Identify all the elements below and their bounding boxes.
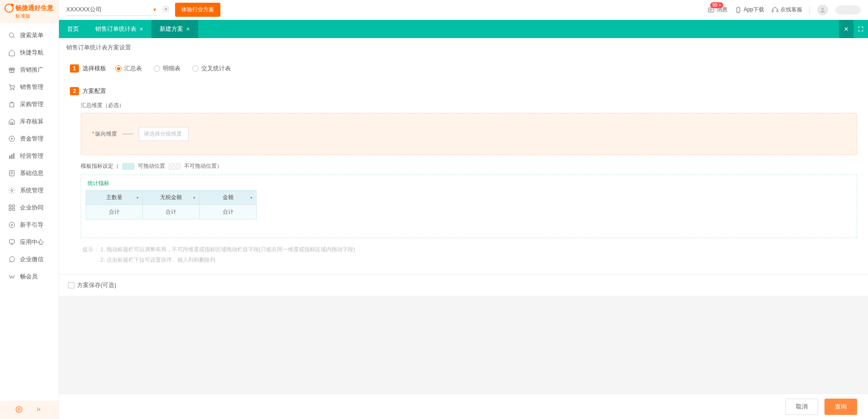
- chevron-down-icon[interactable]: ▾: [193, 195, 195, 200]
- footer: 取消 查询: [59, 394, 868, 419]
- sidebar-item-2[interactable]: 营销推广: [0, 61, 59, 78]
- avatar[interactable]: [817, 5, 828, 15]
- svg-line-1: [13, 37, 15, 38]
- sidebar-item-11[interactable]: 新手引导: [0, 216, 59, 234]
- svg-point-6: [13, 89, 14, 90]
- sidebar-item-5[interactable]: 库存核算: [0, 113, 59, 130]
- svg-point-25: [18, 409, 20, 410]
- svg-rect-10: [11, 155, 12, 158]
- sidebar-item-0[interactable]: 搜索菜单: [0, 27, 59, 44]
- settings-icon[interactable]: [15, 406, 23, 414]
- bag-icon: [8, 101, 15, 108]
- template-radio-1[interactable]: 明细表: [154, 64, 180, 73]
- template-radio-group: 汇总表明细表交叉统计表: [115, 64, 231, 73]
- metric-header-2[interactable]: 金额▾: [200, 190, 256, 205]
- sidebar-item-1[interactable]: 快捷导航: [0, 44, 59, 61]
- collapse-icon[interactable]: [36, 406, 43, 414]
- online-service-button[interactable]: 在线客服: [771, 6, 802, 14]
- sidebar-item-14[interactable]: 畅会员: [0, 268, 59, 285]
- divider: [809, 6, 810, 14]
- template-radio-0[interactable]: 汇总表: [115, 64, 142, 73]
- search-icon: [8, 32, 15, 39]
- svg-rect-19: [9, 208, 11, 210]
- metric-body-1: 合计: [143, 205, 200, 219]
- svg-rect-11: [13, 154, 14, 159]
- compass-icon: [8, 221, 15, 229]
- tab-0[interactable]: 首页: [59, 20, 87, 38]
- tab-label: 首页: [67, 25, 79, 33]
- tab-close-all-button[interactable]: [839, 20, 853, 38]
- user-menu[interactable]: [835, 5, 861, 15]
- sidebar-item-label: 营销推广: [20, 66, 44, 74]
- chevron-down-icon: ▼: [152, 7, 157, 12]
- template-radio-2[interactable]: 交叉统计表: [192, 64, 231, 73]
- sidebar-item-label: 资金管理: [20, 135, 44, 143]
- svg-point-5: [10, 89, 11, 90]
- messages-badge: 99 +: [710, 2, 724, 8]
- sidebar-item-3[interactable]: 销售管理: [0, 78, 59, 96]
- svg-rect-23: [10, 240, 15, 244]
- dimension-dropzone: *纵向维度 请选择分组维度: [81, 113, 857, 155]
- sidebar-item-9[interactable]: 系统管理: [0, 182, 59, 199]
- sidebar-item-label: 应用中心: [20, 238, 44, 246]
- sidebar-item-10[interactable]: 企业协同: [0, 199, 59, 216]
- page-title: 销售订单统计表方案设置: [59, 38, 868, 57]
- grid-icon: [8, 204, 15, 211]
- tab-label: 新建方案: [160, 25, 183, 33]
- sidebar-item-6[interactable]: 资金管理: [0, 130, 59, 147]
- sidebar-item-8[interactable]: 基础信息: [0, 165, 59, 182]
- chart-icon: [8, 152, 15, 160]
- topbar: XXXXXX公司 ▼ 体验行业方案 99 + 消息 App下载: [59, 0, 868, 20]
- radio-label: 明细表: [163, 64, 180, 73]
- metric-header-1[interactable]: 无税金额▾: [143, 190, 200, 205]
- query-button[interactable]: 查询: [824, 399, 857, 415]
- sidebar-menu: 搜索菜单快捷导航营销推广销售管理采购管理库存核算资金管理经营管理基础信息系统管理…: [0, 23, 59, 401]
- svg-point-27: [165, 8, 167, 10]
- company-selector[interactable]: XXXXXX公司 ▼: [66, 4, 157, 16]
- messages-button[interactable]: 99 + 消息: [707, 6, 727, 14]
- company-settings-icon[interactable]: [162, 5, 170, 14]
- sidebar-item-label: 经营管理: [20, 152, 44, 160]
- fullscreen-button[interactable]: [853, 20, 868, 38]
- home-icon: [8, 49, 15, 56]
- tab-bar: 首页销售订单统计表✕新建方案✕: [59, 20, 868, 38]
- chat-icon: [8, 256, 15, 263]
- svg-rect-28: [708, 8, 714, 12]
- sidebar: 畅捷通好生意 标准版 搜索菜单快捷导航营销推广销售管理采购管理库存核算资金管理经…: [0, 0, 59, 419]
- sidebar-item-4[interactable]: 采购管理: [0, 96, 59, 113]
- metric-header-label: 无税金额: [160, 194, 182, 200]
- cart-icon: [8, 83, 15, 91]
- close-icon[interactable]: ✕: [139, 26, 143, 32]
- radio-icon: [192, 65, 199, 72]
- tab-2[interactable]: 新建方案✕: [151, 20, 198, 38]
- metrics-title: 统计指标: [88, 180, 852, 187]
- chevron-down-icon[interactable]: ▾: [137, 195, 139, 200]
- app-download-button[interactable]: App下载: [735, 6, 764, 14]
- tab-1[interactable]: 销售订单统计表✕: [87, 20, 151, 38]
- legend-draggable-swatch: [122, 163, 134, 170]
- sidebar-item-label: 采购管理: [20, 100, 44, 108]
- connector-line: [122, 134, 133, 134]
- industry-cta-button[interactable]: 体验行业方案: [175, 3, 220, 17]
- svg-rect-9: [10, 156, 10, 158]
- legend-nondraggable-swatch: [169, 163, 180, 170]
- sidebar-item-label: 库存核算: [20, 117, 44, 126]
- company-name: XXXXXX公司: [66, 5, 102, 14]
- sidebar-item-13[interactable]: 企业微信: [0, 251, 59, 268]
- dimension-select[interactable]: 请选择分组维度: [139, 127, 189, 141]
- cancel-button[interactable]: 取消: [785, 399, 818, 415]
- gear-icon: [8, 187, 15, 194]
- close-icon[interactable]: ✕: [186, 26, 190, 32]
- sidebar-item-label: 快捷导航: [20, 49, 44, 57]
- step-2-badge: 2: [70, 87, 79, 95]
- legend-nondraggable-label: 不可拖动位置）: [184, 162, 222, 170]
- sidebar-item-12[interactable]: 应用中心: [0, 234, 59, 251]
- save-plan-checkbox[interactable]: [68, 282, 74, 288]
- step-1-row: 1 选择模板 汇总表明细表交叉统计表: [70, 61, 857, 76]
- svg-point-21: [9, 222, 15, 228]
- sidebar-item-7[interactable]: 经营管理: [0, 147, 59, 165]
- metric-header-0[interactable]: 主数量▾: [86, 190, 143, 205]
- metrics-config-area: 统计指标 主数量▾无税金额▾金额▾ 合计合计合计: [81, 175, 857, 238]
- tab-label: 销售订单统计表: [95, 25, 137, 33]
- chevron-down-icon[interactable]: ▾: [250, 195, 253, 200]
